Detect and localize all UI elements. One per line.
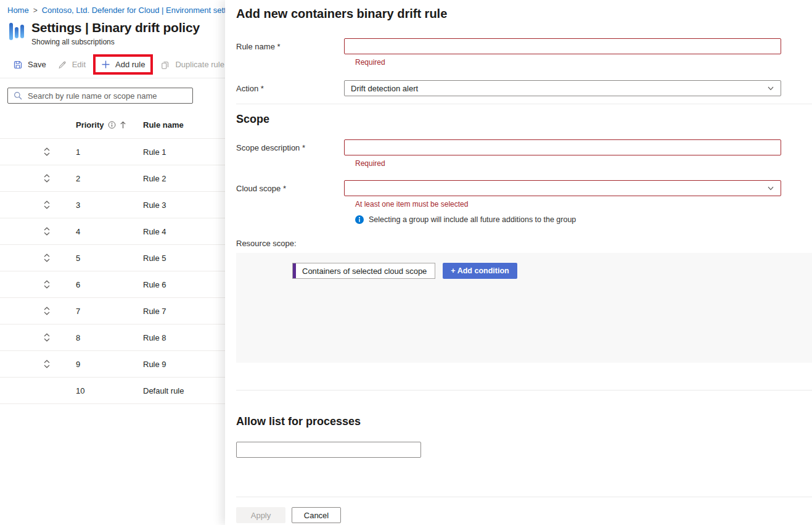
rules-list-pane: Home>Contoso, Ltd. Defender for Cloud | … xyxy=(0,0,225,525)
apply-button[interactable]: Apply xyxy=(236,507,285,523)
rule-priority: 10 xyxy=(76,386,143,395)
table-row[interactable]: 5 Rule 5 xyxy=(0,245,225,271)
page-title: Settings | Binary drift policy xyxy=(31,20,200,36)
rule-name-required-message: Required xyxy=(355,58,812,67)
binary-drift-policy-icon xyxy=(9,22,25,43)
allow-list-input[interactable] xyxy=(236,442,421,458)
search-input[interactable] xyxy=(28,91,187,101)
cloud-scope-dropdown[interactable] xyxy=(344,180,781,196)
priority-column-header[interactable]: Priority xyxy=(76,120,143,130)
table-row[interactable]: 1 Rule 1 xyxy=(0,139,225,165)
reorder-icon[interactable] xyxy=(43,359,51,369)
page-header: Settings | Binary drift policy Showing a… xyxy=(9,20,225,46)
table-row[interactable]: 2 Rule 2 xyxy=(0,165,225,192)
reorder-icon[interactable] xyxy=(43,333,51,342)
duplicate-label: Duplicate rule xyxy=(175,60,224,69)
table-row[interactable]: 8 Rule 8 xyxy=(0,325,225,351)
breadcrumb: Home>Contoso, Ltd. Defender for Cloud | … xyxy=(0,0,225,15)
table-row[interactable]: 9 Rule 9 xyxy=(0,351,225,378)
reorder-icon[interactable] xyxy=(43,147,51,157)
allow-list-heading: Allow list for processes xyxy=(236,415,812,428)
breadcrumb-separator: > xyxy=(33,6,38,15)
resource-scope-chip-label: Containers of selected cloud scope xyxy=(296,263,435,278)
scope-description-required-message: Required xyxy=(355,159,812,168)
breadcrumb-home-link[interactable]: Home xyxy=(7,6,29,15)
save-icon xyxy=(13,60,23,70)
action-label: Action * xyxy=(236,84,344,93)
rule-name: Rule 7 xyxy=(143,307,225,316)
priority-header-label: Priority xyxy=(76,120,104,130)
scope-description-input[interactable] xyxy=(344,139,781,155)
info-icon xyxy=(355,215,364,224)
sort-ascending-icon xyxy=(120,121,126,129)
add-rule-label: Add rule xyxy=(115,60,145,69)
table-row[interactable]: 3 Rule 3 xyxy=(0,192,225,218)
rule-priority: 7 xyxy=(76,307,143,316)
edit-label: Edit xyxy=(72,60,86,69)
table-header-row: Priority Rule name xyxy=(0,111,225,139)
rule-priority: 5 xyxy=(76,254,143,263)
duplicate-copy-icon xyxy=(160,60,170,70)
edit-pencil-icon xyxy=(57,60,67,70)
search-icon xyxy=(14,91,22,100)
cloud-scope-label: Cloud scope * xyxy=(236,184,344,193)
panel-footer: Apply Cancel xyxy=(236,497,812,523)
action-dropdown[interactable]: Drift detection alert xyxy=(344,80,781,96)
table-row[interactable]: 6 Rule 6 xyxy=(0,271,225,298)
chevron-down-icon xyxy=(767,184,774,192)
chevron-down-icon xyxy=(767,85,774,92)
cloud-scope-info-message: Selecting a group will include all futur… xyxy=(369,215,576,224)
rule-priority: 6 xyxy=(76,280,143,289)
reorder-icon[interactable] xyxy=(43,173,51,183)
rule-name: Rule 9 xyxy=(143,360,225,369)
duplicate-rule-button[interactable]: Duplicate rule xyxy=(155,57,225,73)
command-bar: Save Edit Add rule Duplicate rule xyxy=(0,51,225,78)
add-rule-panel: Add new containers binary drift rule Rul… xyxy=(225,0,812,525)
plus-icon xyxy=(101,60,110,69)
rule-name: Rule 5 xyxy=(143,254,225,263)
section-divider xyxy=(236,390,812,391)
panel-title: Add new containers binary drift rule xyxy=(236,5,812,22)
rule-name: Rule 8 xyxy=(143,333,225,342)
rule-name: Rule 1 xyxy=(143,147,225,157)
resource-scope-label: Resource scope: xyxy=(236,239,812,248)
rule-name-column-header: Rule name xyxy=(143,120,225,130)
reorder-icon[interactable] xyxy=(43,253,51,263)
rule-name-label: Rule name * xyxy=(236,42,344,51)
rule-name: Rule 6 xyxy=(143,280,225,289)
reorder-icon[interactable] xyxy=(43,200,51,210)
add-rule-highlight-box: Add rule xyxy=(93,54,153,75)
cloud-scope-error-message: At least one item must be selected xyxy=(355,200,812,209)
save-label: Save xyxy=(28,60,46,69)
breadcrumb-current-link[interactable]: Contoso, Ltd. Defender for Cloud | Envir… xyxy=(42,6,225,15)
rule-name-input[interactable] xyxy=(344,38,781,54)
rule-priority: 2 xyxy=(76,174,143,183)
rule-priority: 3 xyxy=(76,200,143,210)
scope-description-label: Scope description * xyxy=(236,143,344,152)
reorder-icon[interactable] xyxy=(43,306,51,316)
rule-priority: 1 xyxy=(76,147,143,157)
cancel-button[interactable]: Cancel xyxy=(292,507,341,523)
rule-name: Default rule xyxy=(143,386,225,395)
table-row-default[interactable]: 10 Default rule xyxy=(0,378,225,404)
table-row[interactable]: 7 Rule 7 xyxy=(0,298,225,325)
rule-name: Rule 4 xyxy=(143,227,225,236)
section-divider xyxy=(236,104,812,104)
resource-scope-builder: Containers of selected cloud scope + Add… xyxy=(236,253,812,363)
add-rule-button[interactable]: Add rule xyxy=(96,57,150,72)
reorder-icon[interactable] xyxy=(43,226,51,236)
priority-info-icon xyxy=(108,121,116,129)
save-button[interactable]: Save xyxy=(7,57,52,73)
rule-priority: 8 xyxy=(76,333,143,342)
add-condition-button[interactable]: + Add condition xyxy=(443,263,517,279)
reorder-icon[interactable] xyxy=(43,279,51,289)
action-selected-value: Drift detection alert xyxy=(351,84,418,93)
page-subtitle: Showing all subscriptions xyxy=(31,38,200,46)
table-row[interactable]: 4 Rule 4 xyxy=(0,218,225,245)
rule-name: Rule 3 xyxy=(143,200,225,210)
scope-heading: Scope xyxy=(236,113,812,126)
rule-priority: 4 xyxy=(76,227,143,236)
rule-priority: 9 xyxy=(76,360,143,369)
resource-scope-chip: Containers of selected cloud scope xyxy=(292,263,435,279)
edit-button[interactable]: Edit xyxy=(52,57,91,73)
